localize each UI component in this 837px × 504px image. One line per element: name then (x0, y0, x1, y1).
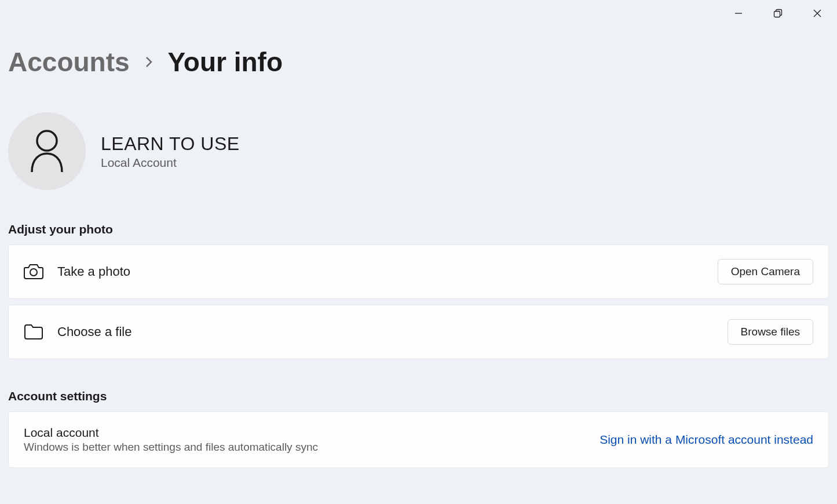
profile-header: LEARN TO USE Local Account (8, 112, 829, 190)
take-photo-row: Take a photo Open Camera (8, 244, 829, 299)
minimize-button[interactable] (719, 0, 758, 26)
svg-rect-2 (774, 11, 780, 17)
maximize-button[interactable] (758, 0, 798, 26)
account-settings-section: Account settings Local account Windows i… (8, 389, 829, 468)
avatar (8, 112, 86, 190)
close-button[interactable] (798, 0, 837, 26)
take-photo-label: Take a photo (57, 264, 718, 279)
folder-icon (24, 324, 43, 340)
svg-point-5 (37, 131, 57, 151)
choose-file-row: Choose a file Browse files (8, 305, 829, 359)
breadcrumb-parent[interactable]: Accounts (8, 46, 130, 78)
local-account-row: Local account Windows is better when set… (8, 411, 829, 468)
section-heading-photo: Adjust your photo (8, 222, 829, 236)
camera-icon (24, 263, 43, 280)
local-account-subtitle: Windows is better when settings and file… (24, 441, 600, 454)
open-camera-button[interactable]: Open Camera (718, 259, 813, 284)
sign-in-microsoft-link[interactable]: Sign in with a Microsoft account instead (600, 433, 813, 447)
adjust-photo-section: Adjust your photo Take a photo Open Came… (8, 222, 829, 359)
browse-files-button[interactable]: Browse files (728, 319, 813, 345)
window-controls (719, 0, 837, 26)
person-icon (28, 129, 65, 173)
profile-type: Local Account (101, 156, 240, 170)
svg-point-6 (30, 269, 37, 276)
page-title: Your info (168, 46, 283, 78)
chevron-right-icon (144, 55, 154, 69)
profile-name: LEARN TO USE (101, 133, 240, 155)
choose-file-label: Choose a file (57, 324, 728, 339)
breadcrumb: Accounts Your info (8, 46, 829, 78)
local-account-title: Local account (24, 426, 600, 440)
section-heading-account: Account settings (8, 389, 829, 403)
